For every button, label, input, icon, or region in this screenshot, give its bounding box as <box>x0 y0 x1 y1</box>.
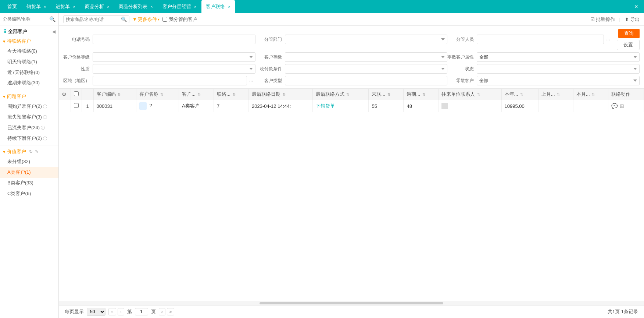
horizontal-scrollbar[interactable] <box>59 301 644 305</box>
row-this-month-cell <box>573 100 608 112</box>
last-method-link[interactable]: 下销货单 <box>316 103 335 109</box>
sidebar-item-declining[interactable]: 持续下滑客户(2) ⓘ <box>0 133 58 144</box>
col-name: 客户名称 ⇅ <box>136 89 179 100</box>
sidebar-item-class-a[interactable]: A类客户(1) <box>0 167 58 178</box>
sort-icon-no-contact[interactable]: ⇅ <box>387 92 390 96</box>
close-product-list-tab[interactable]: × <box>150 4 153 9</box>
sort-icon-cat[interactable]: ⇅ <box>198 92 201 96</box>
phone-input[interactable] <box>93 35 255 44</box>
sidebar-item-churn-warning[interactable]: 流失预警客户(3) ⓘ <box>0 112 58 123</box>
nature-select[interactable] <box>93 64 255 74</box>
next-page-button[interactable]: › <box>159 308 165 315</box>
main-search-input[interactable] <box>66 17 119 22</box>
sidebar-item-class-c[interactable]: C类客户(6) <box>0 188 58 199</box>
close-sales-tab[interactable]: × <box>44 4 46 9</box>
close-purchase-tab[interactable]: × <box>73 4 75 9</box>
setting-button[interactable]: 设置 <box>617 40 640 50</box>
nav-tab-customer-segment[interactable]: 客户分层经营 × <box>158 0 201 13</box>
price-grade-select[interactable] <box>93 52 255 62</box>
customer-type-input[interactable] <box>285 76 448 85</box>
top-navigation: 首页 销货单 × 进货单 × 商品分析 × 商品分析列表 × 客户分层经营 × … <box>0 0 644 13</box>
filter-row-1: 电话号码 分管部门 分管人员 ··· 查询 设置 <box>63 29 640 50</box>
nav-tab-sales[interactable]: 销货单 × <box>22 0 50 13</box>
region-dots[interactable]: ··· <box>247 78 255 84</box>
sidebar-search-icon[interactable]: 🔍 <box>49 16 56 22</box>
filter-dept: 分管部门 <box>255 35 448 44</box>
sidebar-collapse-icon[interactable]: ◀ <box>52 29 56 34</box>
my-customers-check[interactable] <box>162 17 167 22</box>
sidebar-search-wrap: 🔍 <box>0 13 58 25</box>
sidebar-item-churned[interactable]: 已流失客户(24) ⓘ <box>0 123 58 133</box>
refresh-icon[interactable]: ↻ <box>29 149 33 154</box>
row-settings-cell <box>59 100 71 112</box>
prev-page-button[interactable]: ‹ <box>118 308 124 315</box>
sidebar-item-class-b[interactable]: B类客户(33) <box>0 178 58 188</box>
col-category: 客户... ⇅ <box>179 89 214 100</box>
sort-icon-tmonth[interactable]: ⇅ <box>592 92 595 96</box>
scrollbar-thumb[interactable] <box>260 302 443 304</box>
my-customers-checkbox[interactable]: 我分管的客户 <box>162 16 197 23</box>
divider: | <box>618 17 622 22</box>
batch-ops-button[interactable]: ☑ 批量操作 <box>590 16 615 23</box>
sort-icon-year[interactable]: ⇅ <box>520 92 523 96</box>
sidebar-item-today[interactable]: 今天待联络(0) <box>0 46 58 57</box>
sidebar-item-unclassified[interactable]: 未分组(32) <box>0 156 58 167</box>
row-code-cell: 000031 <box>93 100 136 112</box>
qrcode-icon[interactable]: ⊞ <box>620 103 624 109</box>
chat-icon[interactable]: 💬 <box>611 103 618 109</box>
nav-tab-customer-contact[interactable]: 客户联络 × <box>201 0 235 13</box>
edit-icon[interactable]: ✎ <box>35 149 39 154</box>
sidebar-item-tomorrow[interactable]: 明天待联络(1) <box>0 57 58 67</box>
status-select[interactable] <box>477 64 640 74</box>
nav-tab-purchase[interactable]: 进货单 × <box>51 0 79 13</box>
first-page-button[interactable]: « <box>108 308 116 315</box>
sidebar-item-hoarding[interactable]: 囤购异常客户(2) ⓘ <box>0 101 58 112</box>
sort-icon-unit[interactable]: ⇅ <box>477 92 480 96</box>
dept-select[interactable] <box>285 35 448 44</box>
sort-icon-contact[interactable]: ⇅ <box>233 92 236 96</box>
sidebar-all-customers-header: ⠿ 全部客户 ◀ <box>0 25 58 36</box>
sort-icon-method[interactable]: ⇅ <box>346 92 349 96</box>
nav-tab-product-list[interactable]: 商品分析列表 × <box>114 0 157 13</box>
manager-input[interactable] <box>477 35 604 44</box>
export-button[interactable]: ⬆ 导出 <box>625 16 640 23</box>
sort-icon-overdue[interactable]: ⇅ <box>422 92 425 96</box>
close-all-button[interactable]: × <box>631 3 641 11</box>
sort-icon-code[interactable]: ⇅ <box>118 92 121 96</box>
customer-grade-select[interactable] <box>285 52 448 62</box>
more-filters-button[interactable]: ▼ 更多条件 ▾ <box>132 16 160 23</box>
page-number-input[interactable] <box>135 308 148 315</box>
bottom-bar: 每页显示 20 50 100 « ‹ 第 页 › » 共1页 1条记录 <box>59 305 644 318</box>
sidebar-search-input[interactable] <box>3 17 48 22</box>
close-product-tab[interactable]: × <box>107 4 109 9</box>
sort-icon-lmonth[interactable]: ⇅ <box>557 92 560 96</box>
sidebar-section-problem[interactable]: ▾ 问题客户 <box>0 92 58 101</box>
col-unit-contact: 往来单位联系人 ⇅ <box>439 89 501 100</box>
per-page-select[interactable]: 20 50 100 <box>87 308 105 316</box>
nav-tab-product[interactable]: 商品分析 × <box>80 0 114 13</box>
content-area: 🔍 ▼ 更多条件 ▾ 我分管的客户 ☑ 批量操作 | ⬆ 导出 <box>59 13 644 318</box>
region-input[interactable] <box>93 76 247 85</box>
sidebar-item-7days[interactable]: 近7天待联络(0) <box>0 67 58 78</box>
col-last-month: 上月... ⇅ <box>538 89 573 100</box>
sidebar-item-overdue[interactable]: 逾期未联络(30) <box>0 78 58 88</box>
sidebar-section-pending[interactable]: ▾ 待联络客户 <box>0 36 58 46</box>
gear-icon[interactable]: ⚙ <box>62 91 67 97</box>
close-customer-segment-tab[interactable]: × <box>194 4 196 9</box>
nav-tab-home[interactable]: 首页 <box>3 0 21 13</box>
retail-attr-select[interactable]: 全部 <box>477 52 640 62</box>
retail-select[interactable]: 全部 <box>477 76 640 85</box>
sidebar-section-value[interactable]: ▾ 价值客户 ↻ ✎ <box>0 147 58 156</box>
select-all-checkbox[interactable] <box>74 91 79 96</box>
query-button[interactable]: 查询 <box>618 29 640 38</box>
main-search-icon[interactable]: 🔍 <box>121 17 127 22</box>
close-customer-contact-tab[interactable]: × <box>228 4 230 9</box>
sort-icon-date[interactable]: ⇅ <box>283 92 286 96</box>
filter-customer-type: 客户类型 <box>255 76 448 85</box>
row-checkbox[interactable] <box>74 103 79 108</box>
sort-icon-name[interactable]: ⇅ <box>160 92 163 96</box>
all-customers-title[interactable]: ⠿ 全部客户 <box>3 28 27 35</box>
last-page-button[interactable]: » <box>167 308 175 315</box>
payment-select[interactable] <box>285 64 448 74</box>
manager-dots[interactable]: ··· <box>604 37 612 42</box>
